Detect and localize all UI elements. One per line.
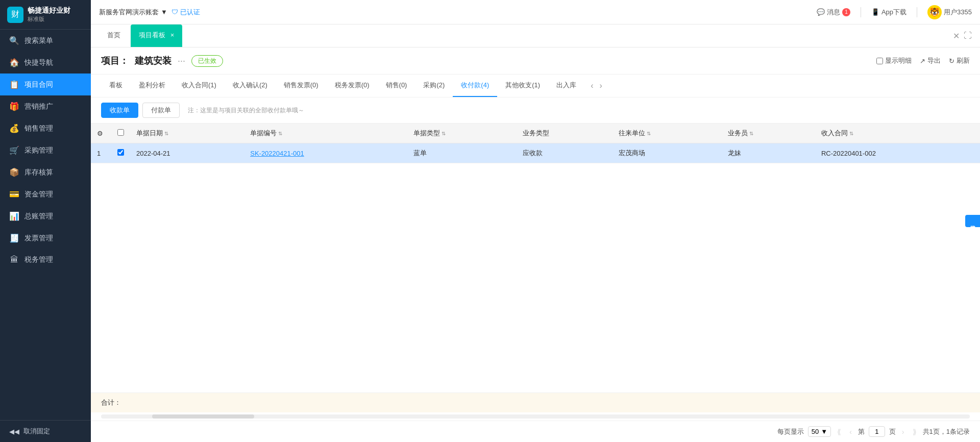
sidebar-item-5[interactable]: 🛒 采购管理 <box>0 139 91 161</box>
th-date: 单据日期 ⇅ <box>130 124 244 143</box>
sidebar-item-4[interactable]: 💰 销售管理 <box>0 117 91 139</box>
sidebar-item-8[interactable]: 📊 总账管理 <box>0 205 91 227</box>
cell-checkbox[interactable] <box>111 143 130 163</box>
sidebar-item-9[interactable]: 🧾 发票管理 <box>0 227 91 249</box>
refresh-button[interactable]: ↻ 刷新 <box>949 56 970 65</box>
sort-date[interactable]: 单据日期 ⇅ <box>136 129 168 138</box>
scrollbar-track[interactable] <box>101 414 970 419</box>
nav-label-1: 快捷导航 <box>24 58 53 67</box>
subtab-prev-icon[interactable]: ‹ <box>589 80 595 91</box>
per-page-dropdown-icon: ▼ <box>821 428 827 435</box>
sidebar-nav: 🔍 搜索菜单🏠 快捷导航📋 项目合同🎁 营销推广💰 销售管理🛒 采购管理📦 库存… <box>0 30 91 420</box>
app-logo-icon: 财 <box>7 7 23 23</box>
show-detail-label: 显示明细 <box>885 56 912 65</box>
nav-label-10: 税务管理 <box>24 255 53 264</box>
message-button[interactable]: 💬 消息 1 <box>817 8 850 17</box>
sidebar-item-7[interactable]: 💳 资金管理 <box>0 183 91 205</box>
feedback-button[interactable]: 意见反馈 <box>965 215 980 227</box>
project-label: 项目： <box>101 55 129 67</box>
last-page-button[interactable]: ⟫ <box>911 427 919 437</box>
sidebar-item-2[interactable]: 📋 项目合同 <box>0 73 91 95</box>
tab-home[interactable]: 首页 <box>99 24 129 47</box>
nav-label-3: 营销推广 <box>24 102 53 111</box>
user-label: 用户3355 <box>944 8 972 17</box>
subtab-next-icon[interactable]: › <box>597 80 604 91</box>
show-detail-checkbox[interactable]: 显示明细 <box>876 56 912 65</box>
subtab-4[interactable]: 销售发票(0) <box>276 75 327 97</box>
project-more-icon[interactable]: ··· <box>178 56 185 66</box>
first-page-button[interactable]: ⟪ <box>835 427 843 437</box>
sidebar-item-6[interactable]: 📦 库存核算 <box>0 161 91 183</box>
project-header: 项目： 建筑安装 ··· 已生效 显示明细 ↗ 导出 ↻ 刷新 <box>91 47 980 75</box>
th-checkbox <box>111 124 130 143</box>
prev-page-button[interactable]: ‹ <box>847 427 854 437</box>
subtab-5[interactable]: 税务发票(0) <box>327 75 378 97</box>
row-checkbox-0[interactable] <box>117 149 124 156</box>
nav-icon-5: 🛒 <box>9 145 19 155</box>
tab-close-icon[interactable]: × <box>170 31 175 39</box>
payments-toggle[interactable]: 付款单 <box>142 103 180 118</box>
scrollbar-thumb[interactable] <box>152 414 254 419</box>
nav-label-5: 采购管理 <box>24 146 53 155</box>
sort-contract[interactable]: 收入合同 ⇅ <box>821 129 853 138</box>
subtabs: 看板盈利分析收入合同(1)收入确认(2)销售发票(0)税务发票(0)销售(0)采… <box>91 75 980 97</box>
subtab-9[interactable]: 其他收支(1) <box>497 75 548 97</box>
tab-project-board[interactable]: 项目看板 × <box>131 24 182 47</box>
per-page-label: 每页显示 <box>777 427 804 436</box>
sort-number-icon: ⇅ <box>278 131 282 136</box>
nav-label-6: 库存核算 <box>24 168 53 177</box>
sidebar-item-10[interactable]: 🏛 税务管理 <box>0 249 91 271</box>
cell-number[interactable]: SK-20220421-001 <box>244 143 407 163</box>
toggle-note: 注：这里是与项目关联的全部收付款单哦～ <box>188 106 304 115</box>
table-wrapper: ⚙ 单据日期 ⇅ 单据编号 <box>91 124 980 392</box>
nav-icon-3: 🎁 <box>9 102 19 111</box>
nav-icon-9: 🧾 <box>9 233 19 243</box>
user-avatar: 🐯 <box>927 5 942 19</box>
next-page-button[interactable]: › <box>900 427 906 437</box>
show-detail-input[interactable] <box>876 58 883 64</box>
maximize-window-icon[interactable]: ⛶ <box>964 31 972 40</box>
app-download-button[interactable]: 📱 App下载 <box>871 8 906 17</box>
account-dropdown-icon: ▼ <box>161 8 167 16</box>
gear-icon[interactable]: ⚙ <box>97 130 103 137</box>
sidebar-item-1[interactable]: 🏠 快捷导航 <box>0 52 91 73</box>
close-window-icon[interactable]: ✕ <box>953 31 960 41</box>
th-type: 单据类型 ⇅ <box>407 124 517 143</box>
sidebar-item-3[interactable]: 🎁 营销推广 <box>0 95 91 117</box>
sort-number[interactable]: 单据编号 ⇅ <box>250 129 282 138</box>
page-number-input[interactable] <box>869 426 885 437</box>
page-prefix-label: 第 <box>858 427 865 436</box>
sort-salesman[interactable]: 业务员 ⇅ <box>728 129 753 138</box>
cell-type: 蓝单 <box>407 143 517 163</box>
per-page-select[interactable]: 50 ▼ <box>808 426 831 437</box>
receipt-link-0[interactable]: SK-20220421-001 <box>250 150 304 157</box>
subtab-10[interactable]: 出入库 <box>548 75 584 97</box>
nav-label-7: 资金管理 <box>24 190 53 199</box>
export-button[interactable]: ↗ 导出 <box>920 56 941 65</box>
subtab-1[interactable]: 盈利分析 <box>131 75 174 97</box>
table-header: ⚙ 单据日期 ⇅ 单据编号 <box>91 124 980 143</box>
nav-icon-8: 📊 <box>9 211 19 221</box>
export-icon: ↗ <box>920 57 925 65</box>
sidebar-item-0[interactable]: 🔍 搜索菜单 <box>0 30 91 52</box>
subtab-7[interactable]: 采购(2) <box>415 75 453 97</box>
subtab-0[interactable]: 看板 <box>101 75 131 97</box>
th-gear[interactable]: ⚙ <box>91 124 111 143</box>
receipts-toggle[interactable]: 收款单 <box>101 103 138 118</box>
toggle-area: 收款单 付款单 注：这里是与项目关联的全部收付款单哦～ <box>91 97 980 124</box>
unpin-button[interactable]: ◀◀ 取消固定 <box>0 420 91 442</box>
main-area: 新服务官网演示账套 ▼ 🛡 已认证 💬 消息 1 📱 App下载 🐯 用 <box>91 0 980 442</box>
subtab-8[interactable]: 收付款(4) <box>453 75 497 97</box>
unpin-label: 取消固定 <box>23 427 50 436</box>
select-all-checkbox[interactable] <box>117 129 124 136</box>
user-menu[interactable]: 🐯 用户3355 <box>927 5 972 19</box>
sort-partner[interactable]: 往来单位 ⇅ <box>619 129 651 138</box>
subtab-2[interactable]: 收入合同(1) <box>174 75 225 97</box>
message-label: 消息 <box>827 8 840 17</box>
subtab-3[interactable]: 收入确认(2) <box>225 75 276 97</box>
pagination: 每页显示 50 ▼ ⟪ ‹ 第 页 › ⟫ 共1页，1条记录 <box>91 421 980 442</box>
account-selector[interactable]: 新服务官网演示账套 ▼ <box>99 8 167 17</box>
nav-icon-2: 📋 <box>9 80 19 89</box>
subtab-6[interactable]: 销售(0) <box>378 75 415 97</box>
sort-type[interactable]: 单据类型 ⇅ <box>413 129 446 138</box>
